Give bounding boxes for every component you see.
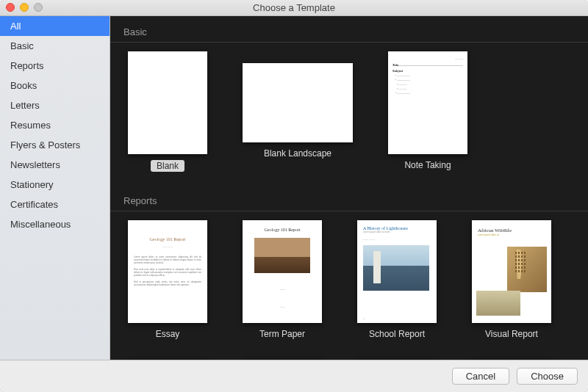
template-visual-report[interactable]: African Wildlife Lorem ipsum dolor sit V… <box>472 220 551 339</box>
thumb-text: Duis aute irure dolor in reprehenderit i… <box>134 268 201 277</box>
template-label: Note Taking <box>404 160 451 170</box>
choose-button[interactable]: Choose <box>517 368 578 385</box>
template-thumb: Geology 101 Report — — — — Lorem ipsum d… <box>128 220 207 323</box>
thumb-text: • —————— <box>395 79 463 81</box>
sidebar-item-newsletters[interactable]: Newsletters <box>0 155 110 175</box>
sidebar-item-letters[interactable]: Letters <box>0 95 110 115</box>
template-thumb: Title — — — Subject • —————— • —————— • … <box>388 51 467 154</box>
thumb-text: Lorem ipsum dolor sit amet <box>363 231 431 233</box>
thumb-text: Geology 101 Report <box>243 228 322 232</box>
sidebar-item-basic[interactable]: Basic <box>0 36 110 56</box>
thumb-text: African Wildlife <box>478 228 545 233</box>
titlebar: Choose a Template <box>0 0 588 16</box>
sidebar-item-label: Flyers & Posters <box>10 139 80 150</box>
thumb-image <box>363 245 429 291</box>
template-label: School Report <box>369 329 425 339</box>
thumb-text: • —————— <box>395 74 463 77</box>
template-label: Term Paper <box>259 329 305 339</box>
template-label: Blank <box>151 160 184 172</box>
sidebar-item-label: All <box>10 21 21 32</box>
thumb-image <box>507 247 547 292</box>
template-thumb: Geology 101 Report — — — — <box>243 220 322 323</box>
sidebar-item-miscellaneous[interactable]: Miscellaneous <box>0 214 110 234</box>
thumb-text: — — — <box>455 57 463 60</box>
sidebar-item-flyers-posters[interactable]: Flyers & Posters <box>0 135 110 155</box>
template-thumb: A History of Lighthouses Lorem ipsum dol… <box>357 220 437 323</box>
section-grid-reports: Geology 101 Report — — — — Lorem ipsum d… <box>110 220 588 352</box>
template-school-report[interactable]: A History of Lighthouses Lorem ipsum dol… <box>357 220 437 339</box>
template-label: Essay <box>156 329 180 339</box>
thumb-text: Lorem ipsum dolor sit <box>478 233 545 236</box>
thumb-image <box>254 238 310 273</box>
thumb-text: • —————— <box>395 92 463 95</box>
section-grid-partial <box>110 352 588 360</box>
template-blank[interactable]: Blank <box>128 51 207 172</box>
window-controls <box>6 3 43 12</box>
sidebar: All Basic Reports Books Letters Resumes … <box>0 16 110 360</box>
template-essay[interactable]: Geology 101 Report — — — — Lorem ipsum d… <box>128 220 207 339</box>
template-note-taking[interactable]: Title — — — Subject • —————— • —————— • … <box>388 51 467 172</box>
thumb-text: — — <box>243 288 322 291</box>
footer: Cancel Choose <box>0 360 588 392</box>
thumb-text: Geology 101 Report <box>134 238 201 241</box>
thumb-text: • ———— <box>395 83 463 86</box>
sidebar-item-all[interactable]: All <box>0 16 110 36</box>
sidebar-item-label: Miscellaneous <box>10 219 71 230</box>
sidebar-item-label: Reports <box>10 60 44 71</box>
sidebar-item-label: Stationery <box>10 179 54 190</box>
template-gallery[interactable]: Basic Blank Blank Landscape Title — — — <box>110 16 588 360</box>
sidebar-item-label: Basic <box>10 40 34 51</box>
template-label: Visual Report <box>485 329 538 339</box>
thumb-text: Sed ut perspiciatis unde omnis iste natu… <box>134 280 201 286</box>
thumb-text: — — — — <box>134 245 201 248</box>
sidebar-item-books[interactable]: Books <box>0 76 110 95</box>
template-blank-landscape[interactable]: Blank Landscape <box>243 51 353 172</box>
template-label: Blank Landscape <box>264 148 331 159</box>
close-icon[interactable] <box>6 3 15 12</box>
thumb-text: — — · — — <box>363 238 431 241</box>
thumb-text: — — <box>243 305 322 308</box>
sidebar-item-resumes[interactable]: Resumes <box>0 115 110 135</box>
sidebar-item-reports[interactable]: Reports <box>0 56 110 76</box>
thumb-text: Subject <box>392 69 463 73</box>
template-chooser-window: Choose a Template All Basic Reports Book… <box>0 0 588 392</box>
body: All Basic Reports Books Letters Resumes … <box>0 16 588 360</box>
sidebar-item-label: Certificates <box>10 199 58 210</box>
window-title: Choose a Template <box>253 2 335 13</box>
thumb-text: — <box>363 317 365 320</box>
sidebar-item-label: Letters <box>10 100 40 111</box>
template-thumb <box>128 51 207 154</box>
template-thumb <box>243 63 353 142</box>
section-grid-basic: Blank Blank Landscape Title — — — Subjec… <box>110 51 588 185</box>
sidebar-item-label: Newsletters <box>10 159 60 170</box>
sidebar-item-label: Books <box>10 80 37 91</box>
sidebar-item-certificates[interactable]: Certificates <box>0 195 110 214</box>
zoom-icon <box>34 3 43 12</box>
sidebar-item-label: Resumes <box>10 120 51 131</box>
minimize-icon[interactable] <box>20 3 29 12</box>
section-header-basic: Basic <box>110 16 588 43</box>
cancel-button[interactable]: Cancel <box>452 368 509 385</box>
template-thumb: African Wildlife Lorem ipsum dolor sit <box>472 220 551 323</box>
section-header-reports: Reports <box>110 185 588 211</box>
thumb-image <box>476 291 520 316</box>
thumb-text: Title <box>392 63 398 67</box>
template-term-paper[interactable]: Geology 101 Report — — — — Term Paper <box>243 220 322 339</box>
thumb-text: • ———— <box>395 87 463 90</box>
sidebar-item-stationery[interactable]: Stationery <box>0 175 110 195</box>
thumb-text: Lorem ipsum dolor sit amet consectetur a… <box>134 255 201 264</box>
